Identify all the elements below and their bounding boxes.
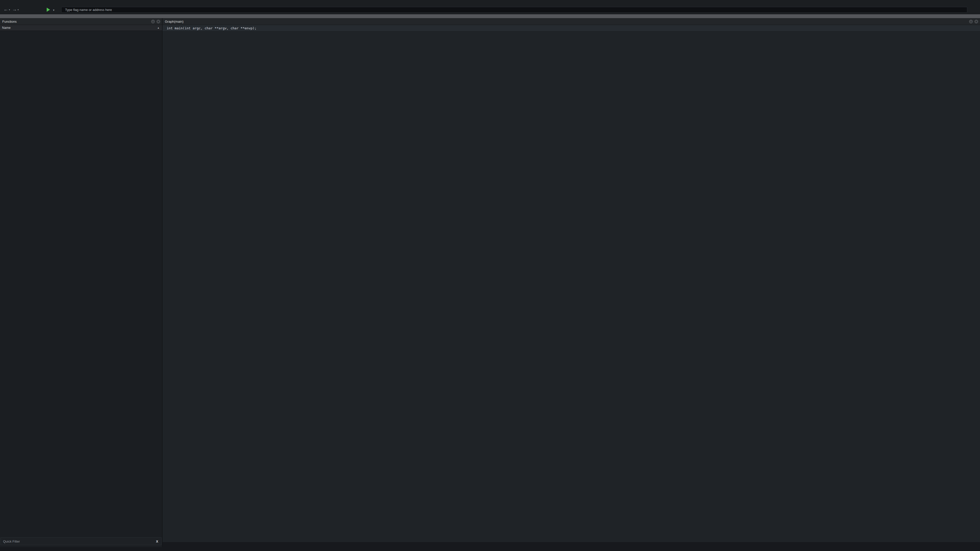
graph-viewport[interactable] xyxy=(162,32,980,542)
panel-close-icon[interactable]: ✕ xyxy=(974,20,978,24)
menu-bar xyxy=(0,0,980,6)
bottom-tab-bar xyxy=(162,542,980,551)
back-button[interactable]: ←▾ xyxy=(3,6,9,12)
cutter-window: ←▾ →▾ ▼ Functions ◇ ✕ Name ▲ Quick Filte… xyxy=(0,0,980,551)
sort-ascending-icon[interactable]: ▲ xyxy=(157,27,162,29)
graph-edges xyxy=(162,32,980,542)
omnibar-input[interactable] xyxy=(61,7,967,13)
graph-panel: Graph(main) ◇ ✕ int main(int argc, char … xyxy=(162,18,980,542)
seek-bar[interactable] xyxy=(0,14,980,18)
forward-button[interactable]: →▾ xyxy=(11,6,18,12)
quick-filter-clear-button[interactable]: X xyxy=(156,540,161,543)
function-signature: int main(int argc, char **argv, char **e… xyxy=(162,25,980,32)
panel-float-icon[interactable]: ◇ xyxy=(969,20,973,24)
functions-panel-title: Functions ◇ ✕ xyxy=(0,18,162,25)
functions-list xyxy=(0,31,162,535)
panel-float-icon[interactable]: ◇ xyxy=(151,20,155,24)
debug-start-icon[interactable] xyxy=(47,8,50,12)
graph-panel-title: Graph(main) ◇ ✕ xyxy=(162,18,980,25)
toolbar: ←▾ →▾ ▼ xyxy=(0,6,980,14)
quick-filter-input[interactable]: Quick Filter X xyxy=(0,537,162,545)
debug-dropdown-icon[interactable]: ▼ xyxy=(52,9,55,11)
panel-close-icon[interactable]: ✕ xyxy=(156,20,160,24)
functions-panel: Functions ◇ ✕ Name ▲ Quick Filter X xyxy=(0,18,162,547)
functions-column-header[interactable]: Name ▲ xyxy=(0,25,162,31)
